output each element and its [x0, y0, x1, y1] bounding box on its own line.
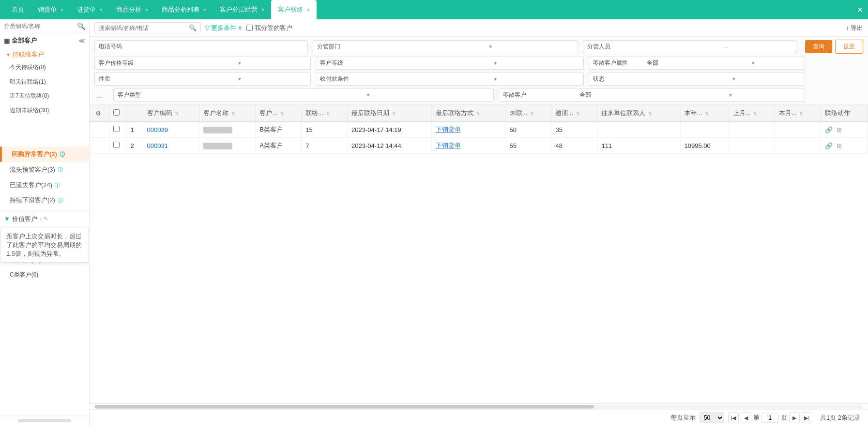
code-sort-icon[interactable]: ⇅: [175, 111, 179, 116]
sidebar-loss-warning[interactable]: 流失预警客户(3) ⓘ: [0, 162, 89, 177]
sidebar-c-class[interactable]: C类客户(6): [0, 268, 89, 282]
h-scrollbar-thumb[interactable]: [94, 405, 594, 409]
type-sort-icon[interactable]: ⇅: [280, 111, 284, 116]
sidebar-value-section[interactable]: ▼ 价值客户 ○ ✎: [0, 212, 89, 225]
nav-close-purchase[interactable]: ×: [100, 7, 103, 13]
sidebar-tomorrow-pending[interactable]: 明天待联络(1): [0, 75, 89, 89]
grid-icon: ▦: [4, 37, 10, 44]
sidebar-divider: [0, 210, 89, 210]
sidebar-search-icon[interactable]: 🔍: [77, 22, 85, 30]
nav-close-contact[interactable]: ×: [307, 7, 310, 13]
payment-dropdown[interactable]: 收付款条件 ▼: [316, 73, 584, 86]
nav-close-stratification[interactable]: ×: [261, 7, 264, 13]
row1-code[interactable]: 000039: [143, 122, 199, 138]
nav-close-product-list[interactable]: ×: [203, 7, 206, 13]
method-sort-icon[interactable]: ⇅: [476, 111, 480, 116]
uncontacted-sort[interactable]: ⇅: [530, 111, 534, 116]
retail-attr-dropdown[interactable]: 零散客户属性 全部 ▼: [589, 57, 805, 70]
value-edit-icon[interactable]: ○: [39, 216, 43, 222]
sidebar-pending-section[interactable]: ▼ 待联络客户: [0, 48, 89, 60]
overdue-sort[interactable]: ⇅: [576, 111, 580, 116]
sidebar-scrollbar[interactable]: [18, 419, 71, 422]
nav-product-analysis[interactable]: 商品分析 ×: [109, 0, 155, 19]
customer-level-dropdown[interactable]: 客户等级 ▼: [316, 57, 584, 70]
lmonth-sort[interactable]: ⇅: [753, 111, 757, 116]
manager-dots[interactable]: ···: [724, 44, 792, 50]
more-conditions-btn[interactable]: ▽ 更多条件 ∧: [205, 24, 243, 32]
table-footer: 每页显示 50 100 200 |◀ ◀ 第 页 ▶ ▶| 共1页 2条记录: [90, 409, 868, 426]
query-button[interactable]: 查询: [805, 40, 832, 53]
nav-purchase-order[interactable]: 进货单 ×: [70, 0, 109, 19]
sidebar-all-customers[interactable]: ▦ 全部客户 ≪: [0, 33, 89, 48]
nav-product-analysis-list[interactable]: 商品分析列表 ×: [155, 0, 213, 19]
date-sort-icon[interactable]: ⇅: [392, 111, 396, 116]
th-customer-type: 客户... ⇅: [256, 105, 302, 122]
my-customers-checkbox[interactable]: [246, 25, 253, 31]
loss-warning-info[interactable]: ⓘ: [58, 167, 63, 173]
sidebar-collapse-btn[interactable]: ≪: [78, 37, 85, 44]
nav-close-sales[interactable]: ×: [61, 7, 63, 13]
manager-dropdown[interactable]: 分管人员 ···: [583, 40, 796, 53]
row2-select[interactable]: [113, 142, 120, 148]
btn-group: 查询 设置: [805, 40, 863, 54]
row2-grid-icon[interactable]: ⊞: [837, 142, 842, 149]
row2-method-link[interactable]: 下销货单: [436, 142, 461, 149]
name-sort-icon[interactable]: ⇅: [231, 111, 235, 116]
contacts-sort[interactable]: ⇅: [648, 111, 652, 116]
row2-actions: 🔗 ⊞: [821, 138, 868, 154]
last-page-btn[interactable]: ▶|: [802, 412, 812, 423]
declining-info[interactable]: ⓘ: [58, 197, 63, 203]
select-all-checkbox[interactable]: [113, 109, 120, 116]
year-sort[interactable]: ⇅: [705, 111, 709, 116]
status-dropdown[interactable]: 状态 ▼: [589, 73, 805, 86]
sidebar-declining-customers[interactable]: 持续下滑客户(2) ⓘ: [0, 192, 89, 208]
dept-dropdown[interactable]: 分管部门 ▼: [313, 40, 578, 53]
search-icon[interactable]: 🔍: [189, 24, 197, 31]
sidebar-lost-customers[interactable]: 已流失客户(24) ⓘ: [0, 177, 89, 193]
search-input[interactable]: [99, 25, 189, 31]
sidebar-overdue-pending[interactable]: 逾期未联络(30): [0, 103, 89, 118]
more-dots[interactable]: ...: [94, 91, 105, 100]
next-page-btn[interactable]: ▶: [789, 412, 800, 423]
row1-uncontacted: 50: [505, 122, 551, 138]
th-contacts: 往来单位联系人 ⇅: [597, 105, 680, 122]
table-body: 1 000039 B类客户 15 2023-04-17 14:19: 下销货单 …: [90, 122, 868, 154]
sidebar-7days-pending[interactable]: 近7天待联络(0): [0, 89, 89, 103]
row1-method-link[interactable]: 下销货单: [436, 126, 461, 133]
nav-customer-stratification[interactable]: 客户分层经营 ×: [213, 0, 271, 19]
sidebar-search-input[interactable]: [4, 23, 77, 29]
per-page-select[interactable]: 50 100 200: [700, 412, 724, 423]
my-customers-filter[interactable]: 我分管的客户: [246, 24, 292, 32]
sidebar-repurchase-anomaly[interactable]: 回购异常客户(2) ⓘ: [0, 147, 89, 162]
row2-settings: [90, 138, 109, 154]
payment-arrow: ▼: [493, 76, 579, 82]
nav-close-product-analysis[interactable]: ×: [145, 7, 148, 13]
sidebar-today-pending[interactable]: 今天待联络(0): [0, 60, 89, 75]
nav-customer-contact[interactable]: 客户联络 ×: [271, 0, 317, 19]
row2-code[interactable]: 000031: [143, 138, 199, 154]
nav-window-close[interactable]: ✕: [857, 5, 863, 15]
page-input[interactable]: [761, 413, 779, 423]
prev-page-btn[interactable]: ◀: [741, 412, 751, 423]
first-page-btn[interactable]: |◀: [728, 412, 739, 423]
nav-sales-order[interactable]: 销货单 ×: [31, 0, 70, 19]
row2-link-icon[interactable]: 🔗: [825, 142, 833, 149]
customer-type-dropdown[interactable]: 客户类型 ▼: [113, 88, 494, 102]
contact-count-sort[interactable]: ⇅: [326, 111, 330, 116]
settings-button[interactable]: 设置: [835, 40, 863, 54]
tmonth-sort[interactable]: ⇅: [799, 111, 803, 116]
row1-link-icon[interactable]: 🔗: [825, 126, 833, 133]
retail-customer-dropdown[interactable]: 零散客户 全部 ▼: [499, 88, 805, 102]
export-btn[interactable]: ↑ 导出: [846, 24, 864, 32]
repurchase-info-icon[interactable]: ⓘ: [60, 151, 65, 157]
gender-dropdown[interactable]: 性质 ▼: [94, 73, 311, 86]
lost-info[interactable]: ⓘ: [55, 182, 60, 188]
nav-home[interactable]: 首页: [5, 0, 31, 19]
row1-grid-icon[interactable]: ⊞: [837, 126, 842, 133]
settings-icon[interactable]: ⚙: [93, 110, 103, 117]
row1-select[interactable]: [113, 126, 120, 132]
top-navigation: 首页 销货单 × 进货单 × 商品分析 × 商品分析列表 × 客户分层经营 × …: [0, 0, 868, 19]
price-level-dropdown[interactable]: 客户价格等级 ▼: [94, 57, 311, 70]
value-config-icon[interactable]: ✎: [44, 216, 48, 222]
phone-input[interactable]: [126, 44, 304, 50]
